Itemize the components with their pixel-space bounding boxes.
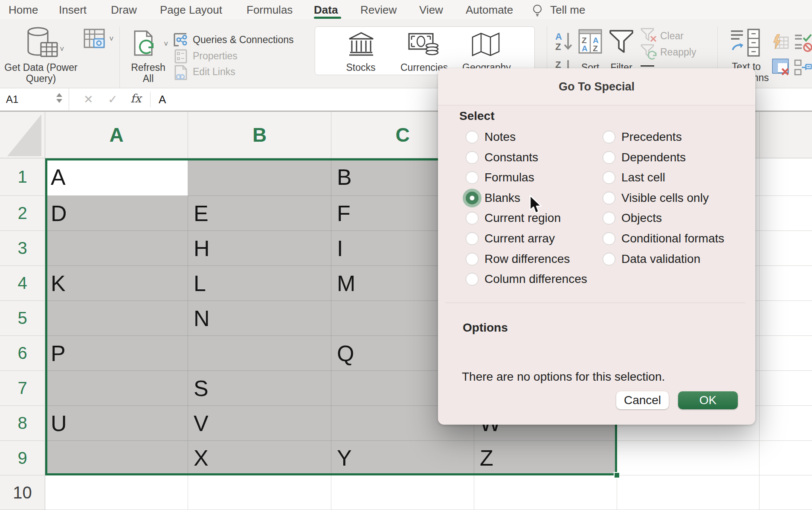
- cell-A8[interactable]: U: [45, 406, 188, 441]
- cell-F3[interactable]: [760, 231, 812, 266]
- ok-button[interactable]: OK: [678, 391, 738, 409]
- bank-icon: [348, 31, 374, 58]
- get-data-label: Get Data (Power: [3, 62, 78, 73]
- stocks-label: Stocks: [339, 62, 382, 73]
- cell-B4[interactable]: L: [188, 266, 331, 301]
- cell-C10[interactable]: [331, 475, 474, 510]
- col-header-f[interactable]: F: [760, 112, 812, 158]
- lightbulb-icon: [532, 4, 543, 17]
- cell-A2[interactable]: D: [45, 196, 188, 231]
- select-all-corner[interactable]: [0, 112, 45, 158]
- radio-option-column-differences[interactable]: Column differences: [466, 271, 587, 288]
- menu-tell-me[interactable]: Tell me: [550, 0, 585, 19]
- radio-option-conditional-formats[interactable]: Conditional formats: [603, 230, 724, 247]
- formula-input[interactable]: A: [159, 93, 166, 106]
- cell-A5[interactable]: [45, 301, 188, 336]
- table-camera-icon: [84, 29, 107, 51]
- cell-F1[interactable]: [760, 158, 812, 196]
- cell-F6[interactable]: [760, 336, 812, 371]
- cell-A6[interactable]: P: [45, 336, 188, 371]
- select-all-triangle-icon: [7, 114, 41, 156]
- cell-D10[interactable]: [474, 475, 617, 510]
- menu-formulas[interactable]: Formulas: [246, 0, 293, 19]
- svg-text:Z: Z: [593, 44, 598, 53]
- name-box-stepper[interactable]: [56, 93, 63, 107]
- radio-icon: [603, 131, 615, 143]
- radio-option-formulas[interactable]: Formulas: [466, 169, 534, 186]
- edit-links-label: Edit Links: [193, 66, 235, 78]
- cell-B10[interactable]: [188, 475, 331, 510]
- radio-option-dependents[interactable]: Dependents: [603, 149, 686, 166]
- cell-F10[interactable]: [760, 475, 812, 510]
- radio-option-notes[interactable]: Notes: [466, 128, 516, 146]
- menu-automate[interactable]: Automate: [466, 0, 513, 19]
- cell-B8[interactable]: V: [188, 406, 331, 441]
- menu-home[interactable]: Home: [9, 0, 38, 19]
- cell-F9[interactable]: [760, 441, 812, 475]
- radio-option-blanks[interactable]: Blanks: [466, 189, 520, 207]
- cell-A10[interactable]: [45, 475, 188, 510]
- cell-F5[interactable]: [760, 301, 812, 336]
- cell-B6[interactable]: [188, 336, 331, 371]
- cell-F8[interactable]: [760, 406, 812, 441]
- row-header-3[interactable]: 3: [0, 231, 45, 266]
- menu-draw[interactable]: Draw: [111, 0, 137, 19]
- row-header-6[interactable]: 6: [0, 336, 45, 371]
- cell-A1[interactable]: A: [45, 158, 188, 196]
- radio-option-row-differences[interactable]: Row differences: [466, 251, 570, 268]
- radio-icon: [466, 273, 478, 286]
- stepper-down-icon: [56, 99, 62, 103]
- menu-insert[interactable]: Insert: [59, 0, 87, 19]
- cell-reference: A1: [6, 93, 18, 105]
- menu-view[interactable]: View: [419, 0, 443, 19]
- name-box[interactable]: A1: [0, 88, 69, 111]
- cell-F7[interactable]: [760, 371, 812, 406]
- cell-B1[interactable]: [188, 158, 331, 196]
- reapply-filter-icon: [641, 44, 658, 61]
- cell-B7[interactable]: S: [188, 371, 331, 406]
- cancel-button[interactable]: Cancel: [616, 391, 669, 409]
- radio-option-precedents[interactable]: Precedents: [603, 128, 682, 146]
- cell-D9[interactable]: Z: [474, 441, 617, 475]
- menu-review[interactable]: Review: [360, 0, 397, 19]
- row-header-9[interactable]: 9: [0, 441, 45, 475]
- cell-B5[interactable]: N: [188, 301, 331, 336]
- cell-A4[interactable]: K: [45, 266, 188, 301]
- row-header-5[interactable]: 5: [0, 301, 45, 336]
- row-header-1[interactable]: 1: [0, 158, 45, 196]
- row-header-10[interactable]: 10: [0, 475, 45, 510]
- col-header-b[interactable]: B: [188, 112, 331, 158]
- col-header-a[interactable]: A: [45, 112, 188, 158]
- cell-F2[interactable]: [760, 196, 812, 231]
- cell-E9[interactable]: [617, 441, 760, 475]
- cell-B2[interactable]: E: [188, 196, 331, 231]
- fill-handle[interactable]: [614, 472, 620, 478]
- radio-option-objects[interactable]: Objects: [603, 210, 662, 227]
- cancel-entry-icon[interactable]: ✕: [84, 93, 93, 106]
- accept-entry-icon[interactable]: ✓: [108, 93, 118, 106]
- cell-B3[interactable]: H: [188, 231, 331, 266]
- clear-filter-label: Clear: [660, 30, 684, 42]
- cell-A3[interactable]: [45, 231, 188, 266]
- cell-E10[interactable]: [617, 475, 760, 510]
- row-header-4[interactable]: 4: [0, 266, 45, 301]
- cell-F4[interactable]: [760, 266, 812, 301]
- radio-option-current-array[interactable]: Current array: [466, 230, 555, 247]
- radio-option-last-cell[interactable]: Last cell: [603, 169, 665, 186]
- row-header-7[interactable]: 7: [0, 371, 45, 406]
- radio-icon: [466, 171, 478, 184]
- cell-A9[interactable]: [45, 441, 188, 475]
- row-header-2[interactable]: 2: [0, 196, 45, 231]
- cell-B9[interactable]: X: [188, 441, 331, 475]
- cell-A7[interactable]: [45, 371, 188, 406]
- cell-C9[interactable]: Y: [331, 441, 474, 475]
- menu-page-layout[interactable]: Page Layout: [160, 0, 222, 19]
- banknote-coins-icon: [408, 33, 440, 58]
- svg-text:Z: Z: [555, 41, 561, 52]
- row-header-8[interactable]: 8: [0, 406, 45, 441]
- insert-function-icon[interactable]: fx: [130, 92, 141, 105]
- radio-option-constants[interactable]: Constants: [466, 149, 538, 166]
- radio-option-current-region[interactable]: Current region: [466, 210, 561, 227]
- radio-option-visible-cells-only[interactable]: Visible cells only: [603, 189, 709, 207]
- radio-option-data-validation[interactable]: Data validation: [603, 251, 700, 268]
